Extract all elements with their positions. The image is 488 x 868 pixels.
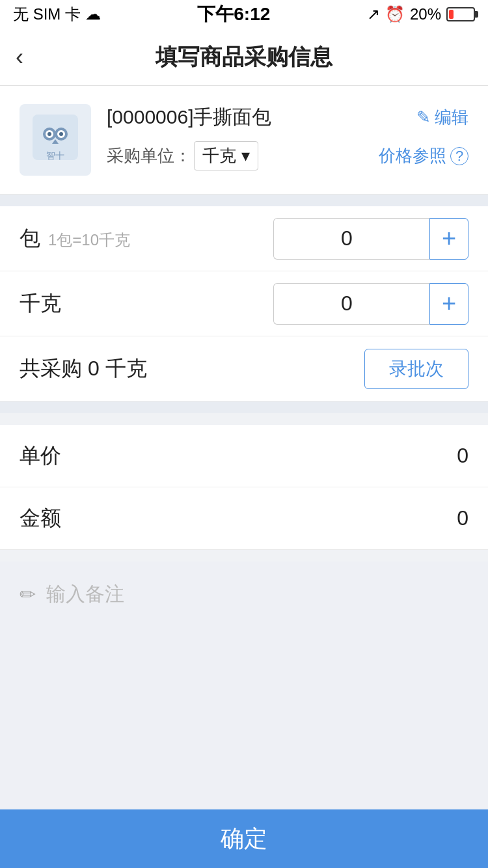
kg-input-row: 千克 + [0, 271, 488, 336]
status-bar: 无 SIM 卡 ☁ 下午6:12 ↗ ⏰ 20% [0, 0, 488, 29]
product-card: 智十 [0000006]手撕面包 ✎ 编辑 采购单位： 千克 ▾ [0, 86, 488, 195]
amount-value: 0 [457, 506, 468, 530]
pack-label-group: 包 1包=10千克 [20, 224, 130, 253]
input-section: 包 1包=10千克 + 千克 + 共采购 0 千克 录批次 [0, 206, 488, 401]
pencil-icon: ✏ [20, 583, 36, 606]
status-time: 下午6:12 [197, 2, 270, 27]
price-ref-button[interactable]: 价格参照 ? [379, 144, 468, 167]
unit-label: 采购单位： [107, 146, 191, 165]
kg-label-group: 千克 [20, 290, 61, 318]
location-icon: ↗ [367, 5, 380, 23]
section-divider-2 [0, 401, 488, 413]
product-name: [0000006]手撕面包 [107, 104, 271, 131]
unit-select[interactable]: 千克 ▾ [194, 141, 258, 170]
product-thumbnail: 智十 [20, 104, 91, 176]
pack-label: 包 [20, 224, 40, 253]
kg-label: 千克 [20, 290, 61, 318]
unit-price-row: 单价 0 [0, 425, 488, 487]
svg-point-6 [59, 132, 63, 136]
svg-point-5 [47, 132, 51, 136]
edit-button[interactable]: ✎ 编辑 [416, 106, 468, 129]
battery-percent: 20% [410, 5, 441, 23]
page-title: 填写商品采购信息 [156, 42, 332, 72]
price-section: 单价 0 金额 0 [0, 425, 488, 550]
pack-input-row: 包 1包=10千克 + [0, 206, 488, 271]
section-divider-1 [0, 195, 488, 206]
unit-label-group: 采购单位： 千克 ▾ [107, 141, 258, 170]
sim-status: 无 SIM 卡 ☁ [13, 4, 101, 25]
battery-icon [446, 7, 475, 21]
status-left: 无 SIM 卡 ☁ [13, 4, 101, 25]
unit-price-value: 0 [457, 444, 468, 468]
amount-row: 金额 0 [0, 487, 488, 550]
pack-input[interactable] [273, 218, 429, 260]
kg-input[interactable] [273, 283, 429, 325]
product-thumb-icon: 智十 [33, 115, 78, 166]
total-label: 共采购 0 千克 [20, 355, 147, 383]
amount-label: 金额 [20, 504, 61, 533]
unit-row: 采购单位： 千克 ▾ 价格参照 ? [107, 141, 468, 170]
empty-area [0, 627, 488, 809]
owl-logo: 智十 [33, 115, 78, 160]
svg-text:智十: 智十 [46, 150, 64, 160]
pack-hint: 1包=10千克 [48, 230, 130, 251]
edit-icon: ✎ [416, 107, 431, 128]
note-section[interactable]: ✏ 输入备注 [0, 562, 488, 627]
batch-button[interactable]: 录批次 [364, 349, 468, 389]
note-placeholder: 输入备注 [46, 581, 124, 608]
kg-input-group: + [273, 283, 468, 325]
status-right: ↗ ⏰ 20% [367, 5, 475, 23]
chevron-down-icon: ▾ [241, 146, 250, 166]
kg-plus-button[interactable]: + [429, 283, 468, 325]
nav-bar: ‹ 填写商品采购信息 [0, 29, 488, 86]
total-row: 共采购 0 千克 录批次 [0, 336, 488, 401]
product-name-row: [0000006]手撕面包 ✎ 编辑 [107, 104, 468, 131]
product-info: [0000006]手撕面包 ✎ 编辑 采购单位： 千克 ▾ 价格参照 ? [107, 104, 468, 170]
pack-plus-button[interactable]: + [429, 218, 468, 260]
alarm-icon: ⏰ [385, 5, 405, 23]
unit-price-label: 单价 [20, 442, 61, 470]
back-button[interactable]: ‹ [16, 44, 23, 71]
confirm-button[interactable]: 确定 [0, 809, 488, 868]
help-icon: ? [450, 147, 468, 165]
pack-input-group: + [273, 218, 468, 260]
